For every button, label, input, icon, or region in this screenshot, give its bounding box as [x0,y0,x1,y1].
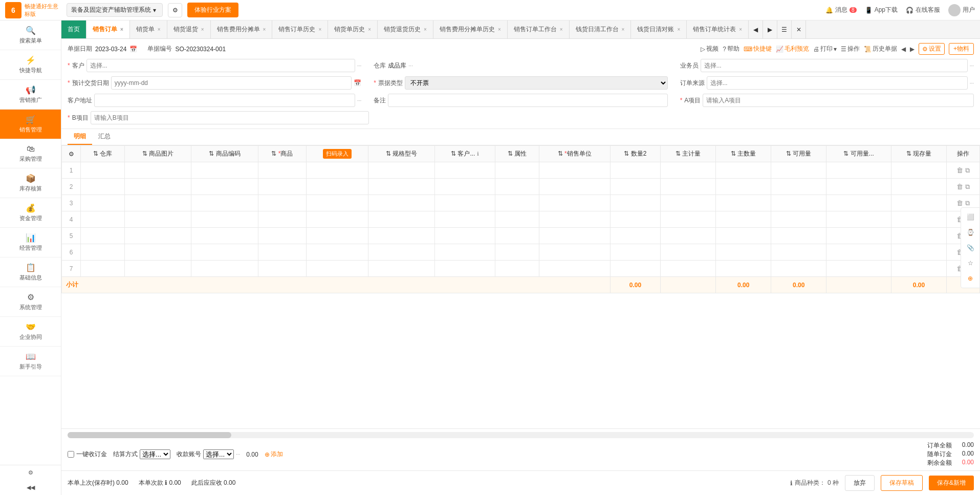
tab-daily-reconcile[interactable]: 钱货日清对账 × [631,20,687,39]
sidebar-item-operations[interactable]: 📊 经营管理 [0,228,61,257]
shortcut-button[interactable]: ⌨ 快捷键 [744,45,772,53]
salesperson-dots-button[interactable]: ··· [970,63,974,69]
discard-button[interactable]: 放弃 [845,475,875,491]
add-link-button[interactable]: ⊕ 添加 [265,450,283,459]
tab-close-icon[interactable]: × [158,27,161,32]
one-click-order-input[interactable] [68,451,74,458]
note-input[interactable] [388,94,667,107]
copy-row-button[interactable]: ⧉ [965,166,970,175]
save-draft-button[interactable]: 保存草稿 [881,475,923,491]
system-title-dropdown[interactable]: 装备及固定资产辅助管理系统 ▾ [67,3,163,17]
tab-close-icon[interactable]: × [739,27,742,32]
sidebar-settings-button[interactable]: ⚙ [0,465,61,480]
notification-button[interactable]: 🔔 消息 8 [825,6,857,14]
sidebar-item-cooperation[interactable]: 🤝 企业协同 [0,317,61,347]
tab-close-icon[interactable]: × [263,27,266,32]
tab-close-icon[interactable]: × [201,27,204,32]
help-button[interactable]: ? 帮助 [723,45,739,53]
one-click-order-checkbox[interactable]: 一键收订金 [68,450,107,459]
tab-sales-return[interactable]: 销货退货 × [167,20,211,39]
tab-close-icon[interactable]: × [622,27,625,32]
app-download-button[interactable]: 📱 App下载 [865,6,898,14]
delete-row-button[interactable]: 🗑 [956,183,963,191]
a-project-input[interactable] [703,94,974,107]
copy-row-button[interactable]: ⧉ [965,183,970,191]
right-action-2[interactable]: ⌚ [963,225,977,240]
operation-button[interactable]: ☰ 操作 [841,45,860,53]
tab-detail[interactable]: 明细 [68,129,92,145]
sidebar-item-guide[interactable]: 📖 新手引导 [0,347,61,376]
calendar-icon[interactable]: 📅 [129,46,137,53]
tab-goods-history[interactable]: 销货单历史 × [328,20,378,39]
tab-sales-order-history[interactable]: 销售订单历史 × [272,20,328,39]
delivery-calendar-icon[interactable]: 📅 [354,79,361,87]
horizontal-scrollbar[interactable] [68,432,974,438]
customer-input[interactable] [86,59,355,72]
col-scan[interactable]: 扫码录入 [307,146,368,162]
invoice-type-select[interactable]: 不开票 [405,76,668,90]
sidebar-item-system[interactable]: ⚙ 系统管理 [0,287,61,317]
history-button[interactable]: 📜 历史单据 [864,45,897,53]
profit-preview-button[interactable]: 📈 毛利预览 [776,45,809,53]
tab-order-workbench[interactable]: 销售订单工作台 × [508,20,570,39]
order-source-input[interactable] [707,76,968,90]
view-video-button[interactable]: ▷ 视频 [701,45,718,53]
tab-return-history[interactable]: 销货退货历史 × [378,20,433,39]
settings-gear-button[interactable]: ⚙ [168,3,182,17]
address-dots-button[interactable]: ··· [357,98,361,103]
tab-sales-goods[interactable]: 销货单 × [130,20,167,39]
tab-sales-statistics[interactable]: 销售订单统计表 × [687,20,749,39]
tab-close-icon[interactable]: × [424,27,427,32]
nav-prev-button[interactable]: ◀ [901,46,906,53]
salesperson-input[interactable] [701,59,968,72]
sidebar-item-inventory[interactable]: 📦 库存核算 [0,168,61,198]
tab-sales-cost[interactable]: 销售费用分摊单 × [211,20,273,39]
print-button[interactable]: 🖨 打印 ▾ [813,45,837,53]
tab-next-button[interactable]: ▶ [763,20,777,39]
tab-more-button[interactable]: ☰ [777,20,792,39]
sidebar-item-search[interactable]: 🔍 搜索菜单 [0,20,61,50]
sidebar-item-finance[interactable]: 💰 资金管理 [0,198,61,228]
sidebar-item-purchase[interactable]: 🛍 采购管理 [0,139,61,168]
user-menu-button[interactable]: 用户 [948,4,975,16]
right-action-1[interactable]: ⬜ [963,210,977,224]
b-project-input[interactable] [91,111,369,124]
sidebar-collapse-button[interactable]: ◀◀ [0,480,61,495]
tab-close-icon[interactable]: × [498,27,501,32]
sidebar-item-marketing[interactable]: 📢 营销推广 [0,80,61,110]
tab-sales-order[interactable]: 销售订单 × [86,20,130,39]
online-support-button[interactable]: 🎧 在线客服 [906,6,940,14]
scan-input-button[interactable]: 扫码录入 [323,149,352,159]
warehouse-dots-button[interactable]: ··· [408,63,412,69]
tab-cost-history[interactable]: 销售费用分摊单历史 × [433,20,508,39]
tab-daily-workbench[interactable]: 钱货日清工作台 × [570,20,631,39]
account-dots-button[interactable]: ··· [236,451,240,457]
account-select[interactable]: 选择... [203,449,234,459]
tab-home[interactable]: 首页 [61,20,86,39]
tab-close-icon[interactable]: × [368,27,371,32]
tab-summary[interactable]: 汇总 [92,129,117,145]
tab-close-icon[interactable]: × [120,27,123,32]
address-input[interactable] [94,94,355,107]
right-action-5[interactable]: ⊕ [963,271,977,286]
tab-close-icon[interactable]: × [677,27,680,32]
industry-solution-button[interactable]: 体验行业方案 [187,3,238,17]
right-action-4[interactable]: ☆ [963,256,977,270]
tab-prev-button[interactable]: ◀ [749,20,763,39]
settlement-select[interactable]: 选择... [140,449,170,459]
tab-close-all-button[interactable]: ✕ [792,20,806,39]
delete-row-button[interactable]: 🗑 [956,199,963,207]
sidebar-item-sales[interactable]: 🛒 销售管理 [0,110,61,139]
right-action-3[interactable]: 📎 [963,241,977,255]
copy-row-button[interactable]: ⧉ [965,199,970,207]
save-new-button[interactable]: 保存&新增 [929,476,974,490]
col-settings[interactable]: ⚙ [62,146,81,162]
tab-close-icon[interactable]: × [318,27,321,32]
order-source-dots-button[interactable]: ··· [970,80,974,86]
add-material-button[interactable]: +物料 [949,43,974,55]
sidebar-item-basic-info[interactable]: 📋 基础信息 [0,257,61,287]
settings-button[interactable]: ⚙ 设置 [919,43,945,55]
delete-row-button[interactable]: 🗑 [956,166,963,175]
sidebar-item-shortcuts[interactable]: ⚡ 快捷导航 [0,50,61,80]
customer-dots-button[interactable]: ··· [357,63,361,69]
